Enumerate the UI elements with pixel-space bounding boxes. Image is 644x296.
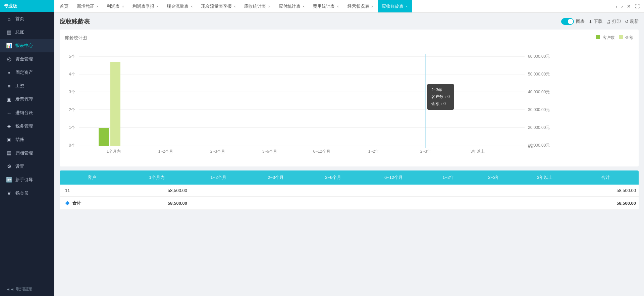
tab-cashflow-close[interactable]: × — [191, 4, 193, 8]
salary-icon: ≡ — [6, 83, 12, 89]
funds-icon: ◎ — [6, 56, 12, 62]
sidebar-item-vip[interactable]: V 畅会员 — [0, 187, 54, 200]
download-btn[interactable]: ⬇ 下载 — [589, 18, 602, 24]
sidebar-item-label: 归档管理 — [15, 150, 33, 156]
tab-business[interactable]: 经营状况表 × — [343, 0, 378, 12]
sidebar-item-settings[interactable]: ⚙ 设置 — [0, 160, 54, 173]
tab-expense[interactable]: 费用统计表 × — [309, 0, 343, 12]
tab-next-btn[interactable]: › — [620, 3, 625, 10]
tab-navigation: ‹ › ✕ ⛶ — [614, 3, 643, 10]
chart-toggle-group: 图表 — [561, 18, 585, 25]
sidebar-item-label: 报表中心 — [15, 43, 33, 49]
sidebar-item-label: 新手引导 — [15, 177, 33, 183]
sidebar-pin-toggle[interactable]: ◄◄ 取消固定 — [0, 282, 54, 296]
tab-profit-close[interactable]: × — [122, 4, 124, 8]
customer-legend-label: 客户数 — [603, 35, 615, 40]
tab-expense-label: 费用统计表 — [313, 3, 335, 9]
tab-ar-stat-close[interactable]: × — [268, 4, 270, 8]
tab-profit[interactable]: 利润表 × — [103, 0, 128, 12]
tax-icon: ◈ — [6, 123, 12, 129]
chart-toggle[interactable] — [561, 18, 574, 25]
settle-icon: ▣ — [6, 137, 12, 143]
sidebar-item-funds[interactable]: ◎ 资金管理 — [0, 52, 54, 66]
svg-text:40,000.00元: 40,000.00元 — [528, 90, 550, 94]
tab-ap-stat-label: 应付统计表 — [279, 3, 301, 9]
svg-text:3年以上: 3年以上 — [471, 149, 485, 154]
aging-table: 客户 1个月内 1~2个月 2~3个月 3~6个月 6~12个月 1~2年 2~… — [60, 170, 639, 210]
svg-text:5个: 5个 — [69, 54, 75, 59]
app-logo: 专业版 — [0, 0, 54, 12]
svg-text:60,000.00元: 60,000.00元 — [528, 54, 550, 59]
tab-cashflow-q-close[interactable]: × — [234, 4, 236, 8]
th-m23: 2~3个月 — [247, 170, 305, 185]
total-m1: 58,500.00 — [124, 197, 190, 210]
tab-ap-stat[interactable]: 应付统计表 × — [275, 0, 309, 12]
cell-m12 — [190, 185, 247, 197]
tab-ar-stat-label: 应收统计表 — [244, 3, 266, 9]
page-header: 应收账龄表 图表 ⬇ 下载 🖨 打印 ↺ 刷新 — [60, 17, 639, 26]
sidebar-item-ledger[interactable]: ▤ 总账 — [0, 26, 54, 39]
sidebar-item-home[interactable]: ⌂ 首页 — [0, 12, 54, 26]
sidebar-item-assets[interactable]: ▪ 固定资产 — [0, 66, 54, 79]
tab-prev-btn[interactable]: ‹ — [614, 3, 619, 10]
tab-cashflow-q-label: 现金流量表季报 — [201, 3, 232, 9]
tab-ar-aging[interactable]: 应收账龄表 × — [378, 0, 412, 12]
sidebar-item-archive[interactable]: ▤ 归档管理 — [0, 146, 54, 160]
sidebar-item-label: 结账 — [15, 137, 24, 143]
tab-voucher-close[interactable]: × — [96, 4, 98, 8]
sidebar-item-tax[interactable]: ◈ 税务管理 — [0, 119, 54, 133]
tab-home[interactable]: 首页 — [56, 0, 73, 12]
sidebar-item-reports[interactable]: 📊 报表中心 — [0, 39, 54, 52]
main-area: 首页 新增凭证 × 利润表 × 利润表季报 × 现金流量表 × 现金流量表季报 … — [54, 0, 644, 296]
total-m23 — [247, 197, 305, 210]
cell-y23 — [471, 185, 517, 197]
tab-ar-stat[interactable]: 应收统计表 × — [240, 0, 274, 12]
tab-profit-q[interactable]: 利润表季报 × — [128, 0, 163, 12]
tab-voucher[interactable]: 新增凭证 × — [73, 0, 103, 12]
sidebar-item-settle[interactable]: ▣ 结账 — [0, 133, 54, 146]
tab-expense-close[interactable]: × — [337, 4, 339, 8]
total-label: 🔷 合计 — [60, 197, 124, 210]
total-m12 — [190, 197, 247, 210]
tab-close-btn[interactable]: ✕ — [625, 3, 633, 10]
bar-customer-1 — [99, 128, 109, 146]
tab-maximize-btn[interactable]: ⛶ — [633, 3, 641, 10]
svg-text:20,000.00元: 20,000.00元 — [528, 125, 550, 130]
chart-legend: 客户数 金额 — [596, 35, 633, 41]
cell-y3 — [517, 185, 573, 197]
tab-business-close[interactable]: × — [371, 4, 373, 8]
print-btn[interactable]: 🖨 打印 — [606, 18, 621, 24]
tab-cashflow[interactable]: 现金流量表 × — [163, 0, 197, 12]
th-y23: 2~3年 — [471, 170, 517, 185]
sidebar-item-sales[interactable]: ↔ 进销台账 — [0, 106, 54, 119]
sidebar-item-invoice[interactable]: ▣ 发票管理 — [0, 93, 54, 106]
amount-legend-label: 金额 — [625, 35, 633, 40]
svg-text:50,000.00元: 50,000.00元 — [528, 72, 550, 77]
table-header-row: 客户 1个月内 1~2个月 2~3个月 3~6个月 6~12个月 1~2年 2~… — [60, 170, 639, 185]
cell-m36 — [305, 185, 362, 197]
tab-home-label: 首页 — [60, 3, 68, 9]
tab-ar-aging-close[interactable]: × — [406, 4, 408, 8]
legend-amount: 金额 — [619, 35, 633, 41]
tab-cashflow-q[interactable]: 现金流量表季报 × — [197, 0, 240, 12]
download-icon: ⬇ — [589, 19, 592, 24]
total-y23 — [471, 197, 517, 210]
sidebar-item-label: 首页 — [15, 16, 24, 22]
tab-ap-stat-close[interactable]: × — [303, 4, 305, 8]
table-total-row: 🔷 合计 58,500.00 58,500.00 — [60, 197, 639, 210]
sidebar-item-label: 进销台账 — [15, 110, 33, 116]
total-label-text: 合计 — [72, 200, 81, 205]
home-icon: ⌂ — [6, 16, 12, 22]
svg-text:4个: 4个 — [69, 72, 75, 77]
refresh-icon: ↺ — [625, 19, 629, 24]
tab-ar-aging-label: 应收账龄表 — [382, 3, 404, 9]
tab-profit-q-close[interactable]: × — [156, 4, 158, 8]
sidebar-item-salary[interactable]: ≡ 工资 — [0, 79, 54, 93]
cell-m1: 58,500.00 — [124, 185, 190, 197]
refresh-btn[interactable]: ↺ 刷新 — [625, 18, 639, 24]
bar-chart-svg: 5个 4个 3个 2个 1个 0个 60,000.00元 50,000.00元 … — [65, 44, 633, 161]
sidebar-item-guide[interactable]: 🆕 新手引导 — [0, 173, 54, 187]
tab-cashflow-label: 现金流量表 — [167, 3, 189, 9]
sidebar-item-label: 畅会员 — [15, 190, 29, 196]
tab-voucher-label: 新增凭证 — [77, 3, 94, 9]
